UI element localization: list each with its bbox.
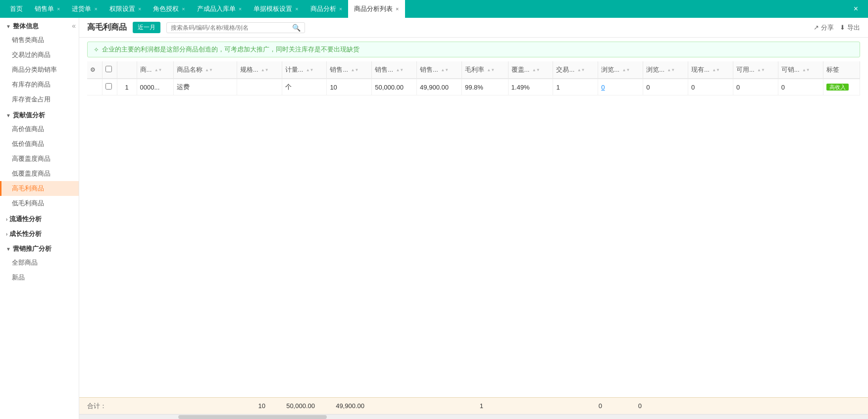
info-icon: ✧: [94, 46, 99, 53]
group-overall-arrow: ▼: [6, 24, 11, 29]
th-browse2[interactable]: 浏览... ▲▼: [643, 61, 688, 79]
sidebar-item-low-value[interactable]: 低价值商品: [0, 137, 79, 151]
nav-role-auth[interactable]: 角色授权 ×: [147, 0, 191, 18]
share-icon: ↗: [814, 24, 819, 31]
data-table: ⚙ 商... ▲▼ 商品名称 ▲▼ 规格... ▲: [87, 61, 860, 95]
footer-values: 10 50,000.00 49,900.00 1 0 0: [127, 402, 860, 410]
footer-spacer3: [404, 402, 444, 410]
th-browse1[interactable]: 浏览... ▲▼: [598, 61, 643, 79]
th-index: [117, 61, 137, 79]
td-code: 0000...: [137, 79, 173, 95]
sidebar-group-contribution[interactable]: ▼ 贡献值分析: [0, 107, 79, 122]
footer-label: 合计：: [87, 402, 127, 411]
td-sales-cost: 49,900.00: [417, 79, 462, 95]
search-input[interactable]: [171, 24, 290, 31]
th-unit[interactable]: 计量... ▲▼: [282, 61, 327, 79]
th-sellable-stock[interactable]: 可销... ▲▼: [778, 61, 823, 79]
th-available-stock[interactable]: 可用... ▲▼: [733, 61, 778, 79]
main-layout: « ▼ 整体信息 销售类商品 交易过的商品 商品分类助销率 有库存的商品 库存资…: [0, 18, 868, 419]
close-product-analysis-list-icon[interactable]: ×: [396, 0, 399, 18]
sidebar-group-overall[interactable]: ▼ 整体信息: [0, 18, 79, 33]
browse1-link[interactable]: 0: [601, 84, 605, 91]
td-browse1[interactable]: 0: [598, 79, 643, 95]
sidebar-item-traded-goods[interactable]: 交易过的商品: [0, 47, 79, 62]
th-code[interactable]: 商... ▲▼: [137, 61, 173, 79]
nav-product-analysis[interactable]: 商品分析 ×: [305, 0, 348, 18]
footer-spacer4: [483, 402, 523, 410]
search-icon[interactable]: 🔍: [292, 24, 301, 32]
sidebar-item-stocked-goods[interactable]: 有库存的商品: [0, 77, 79, 92]
th-spec[interactable]: 规格... ▲▼: [237, 61, 282, 79]
sidebar-item-low-coverage[interactable]: 低覆盖度商品: [0, 166, 79, 181]
footer-sales-amount: 50,000.00: [265, 402, 315, 410]
th-sales-amount[interactable]: 销售... ▲▼: [372, 61, 417, 79]
nav-product-analysis-list[interactable]: 商品分析列表 ×: [348, 0, 405, 18]
close-product-inbound-icon[interactable]: ×: [239, 0, 242, 18]
th-settings[interactable]: ⚙: [87, 61, 102, 79]
nav-purchase-order[interactable]: 进货单 ×: [66, 0, 103, 18]
close-product-analysis-icon[interactable]: ×: [339, 0, 342, 18]
row-checkbox[interactable]: [105, 83, 112, 90]
sidebar-item-high-coverage[interactable]: 高覆盖度商品: [0, 151, 79, 166]
sidebar-collapse-button[interactable]: «: [72, 22, 76, 30]
sidebar-item-all-goods[interactable]: 全部商品: [0, 255, 79, 270]
th-tag[interactable]: 标签: [823, 61, 860, 79]
th-current-stock[interactable]: 现有... ▲▼: [688, 61, 733, 79]
close-permission-icon[interactable]: ×: [138, 0, 141, 18]
nav-home[interactable]: 首页: [4, 0, 29, 18]
horizontal-scrollbar[interactable]: [79, 414, 868, 419]
sidebar-group-liquidity[interactable]: › 流通性分析: [0, 211, 79, 226]
th-gross-margin[interactable]: 毛利率 ▲▼: [461, 61, 508, 79]
group-contribution-arrow: ▼: [6, 113, 11, 118]
td-name: 运费: [173, 79, 237, 95]
sidebar-group-growth[interactable]: › 成长性分析: [0, 226, 79, 240]
header-actions: ↗ 分享 ⬇ 导出: [814, 23, 860, 32]
sidebar-item-sales-goods[interactable]: 销售类商品: [0, 33, 79, 47]
footer-available-stock: 0: [602, 402, 642, 410]
scrollbar-thumb[interactable]: [178, 415, 327, 419]
select-all-checkbox[interactable]: [105, 66, 112, 72]
th-transaction[interactable]: 交易... ▲▼: [553, 61, 598, 79]
th-checkbox: [102, 61, 117, 79]
table-row: 1 0000... 运费 个 10 50,000.00 49,900.00 99…: [87, 79, 860, 95]
th-coverage[interactable]: 覆盖... ▲▼: [508, 61, 553, 79]
sidebar-item-new-goods[interactable]: 新品: [0, 270, 79, 285]
th-name[interactable]: 商品名称 ▲▼: [173, 61, 237, 79]
period-button[interactable]: 近一月: [133, 22, 160, 33]
close-sales-order-icon[interactable]: ×: [57, 0, 60, 18]
close-purchase-order-icon[interactable]: ×: [94, 0, 97, 18]
nav-template-settings[interactable]: 单据模板设置 ×: [248, 0, 304, 18]
th-sales-cost[interactable]: 销售... ▲▼: [417, 61, 462, 79]
export-button[interactable]: ⬇ 导出: [840, 23, 860, 32]
sort-coverage-icon: ▲▼: [532, 68, 540, 72]
td-settings: [87, 79, 102, 95]
td-coverage: 1.49%: [508, 79, 553, 95]
td-browse2: 0: [643, 79, 688, 95]
share-button[interactable]: ↗ 分享: [814, 23, 834, 32]
nav-sales-order[interactable]: 销售单 ×: [29, 0, 66, 18]
sidebar: « ▼ 整体信息 销售类商品 交易过的商品 商品分类助销率 有库存的商品 库存资…: [0, 18, 79, 419]
table-wrapper: ⚙ 商... ▲▼ 商品名称 ▲▼ 规格... ▲: [79, 61, 868, 397]
close-template-icon[interactable]: ×: [295, 0, 298, 18]
nav-product-inbound[interactable]: 产成品入库单 ×: [191, 0, 248, 18]
sidebar-item-high-value[interactable]: 高价值商品: [0, 122, 79, 137]
sidebar-item-stock-funds[interactable]: 库存资金占用: [0, 92, 79, 107]
td-available-stock: 0: [733, 79, 778, 95]
sidebar-item-high-margin[interactable]: 高毛利商品: [0, 181, 79, 196]
td-tag: 高收入: [823, 79, 860, 95]
th-sales-qty[interactable]: 销售... ▲▼: [327, 61, 372, 79]
close-role-auth-icon[interactable]: ×: [182, 0, 185, 18]
sidebar-item-low-margin[interactable]: 低毛利商品: [0, 196, 79, 211]
td-unit: 个: [282, 79, 327, 95]
td-sellable-stock: 0: [778, 79, 823, 95]
td-spec: [237, 79, 282, 95]
sidebar-group-marketing[interactable]: ▼ 营销推广分析: [0, 240, 79, 255]
nav-permission-settings[interactable]: 权限设置 ×: [103, 0, 147, 18]
sort-spec-icon: ▲▼: [261, 68, 269, 72]
sidebar-item-category-assist[interactable]: 商品分类助销率: [0, 62, 79, 77]
footer-spacer2: [364, 402, 404, 410]
group-liquidity-arrow: ›: [6, 217, 7, 222]
sort-unit-icon: ▲▼: [306, 68, 314, 72]
window-close-button[interactable]: ×: [848, 4, 864, 13]
sort-current-stock-icon: ▲▼: [712, 68, 720, 72]
